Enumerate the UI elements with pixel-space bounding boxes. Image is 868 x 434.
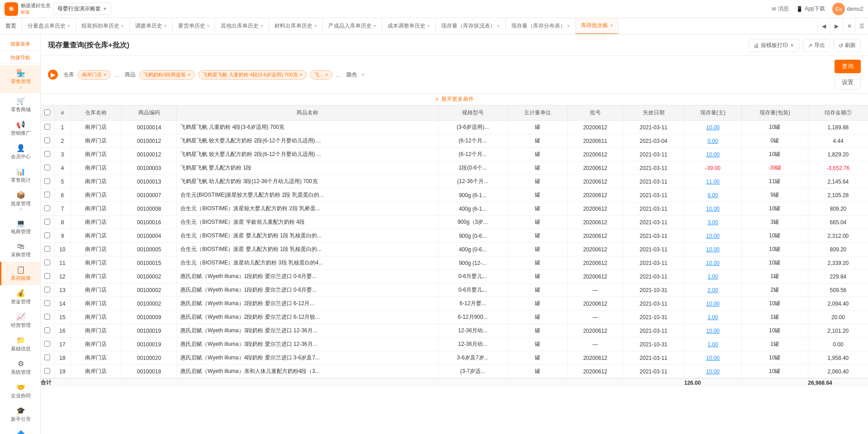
nav-menu-btn[interactable]: ☰: [855, 18, 868, 34]
sidebar-item-marketing[interactable]: 📢 营销推广: [0, 117, 40, 140]
warehouse-more[interactable]: ...: [114, 71, 119, 78]
tab-7[interactable]: 产成品入库单历史 ×: [323, 18, 382, 34]
nav-close-btn[interactable]: ✕: [843, 18, 855, 34]
query-btn[interactable]: 查询: [835, 60, 861, 73]
row-checkbox[interactable]: [44, 232, 50, 238]
refresh-btn[interactable]: ↺ 刷新: [834, 39, 861, 52]
tab-10-close[interactable]: ×: [567, 24, 570, 28]
sidebar-item-purchase[interactable]: 🛍 采购管理: [0, 239, 40, 262]
tab-1-close[interactable]: ×: [67, 24, 70, 28]
message-btn[interactable]: ✉ 消息: [772, 5, 789, 13]
settings-btn[interactable]: 设置: [835, 75, 861, 90]
row-checkbox[interactable]: [44, 178, 50, 184]
sidebar-item-ecommerce[interactable]: 💻 电商管理: [0, 215, 40, 239]
row-checkbox[interactable]: [44, 165, 50, 170]
product-tag-3[interactable]: 飞... ×: [310, 70, 332, 80]
tab-7-close[interactable]: ×: [373, 24, 376, 28]
tab-6[interactable]: 材料出库单历史 ×: [269, 18, 323, 34]
row-checkbox[interactable]: [44, 124, 50, 130]
warehouse-tag[interactable]: 南岸门店 ×: [78, 70, 110, 80]
tab-2-close[interactable]: ×: [121, 24, 124, 28]
tab-11-close[interactable]: ×: [610, 23, 613, 28]
row-checkbox[interactable]: [44, 314, 50, 320]
warehouse-tag-remove[interactable]: ×: [104, 72, 106, 77]
cell-qty-main[interactable]: 10.00: [684, 148, 741, 161]
tab-2[interactable]: 组装拆卸单历史 ×: [76, 18, 130, 34]
user-area[interactable]: Ea demo2: [832, 3, 863, 15]
cell-qty-main[interactable]: 10.00: [684, 229, 741, 243]
cell-qty-main[interactable]: 11.00: [684, 175, 741, 189]
cell-qty-main[interactable]: 1.00: [684, 338, 741, 351]
product-tag3-remove[interactable]: ×: [325, 72, 328, 77]
expand-filter-btn[interactable]: ▶: [48, 70, 58, 80]
product-tag-2[interactable]: 飞鹤星飞帆 儿童奶粉 4段(3-6岁适用) 700克 ×: [198, 70, 307, 80]
row-checkbox[interactable]: [44, 205, 50, 211]
sidebar-item-collab[interactable]: 🤝 企业协同: [0, 379, 40, 403]
export-btn[interactable]: ↗ 导出: [803, 39, 830, 52]
sidebar-item-guide[interactable]: 🎓 新手引导: [0, 403, 40, 426]
row-checkbox[interactable]: [44, 273, 50, 279]
sidebar-item-system[interactable]: ⚙ 系统管理: [0, 356, 40, 379]
sidebar-item-operations[interactable]: 📈 经营管理: [0, 309, 40, 332]
row-checkbox[interactable]: [44, 287, 50, 292]
sidebar-item-member[interactable]: 👤 会员中心: [0, 140, 40, 164]
tab-6-close[interactable]: ×: [314, 24, 317, 28]
sidebar-item-retail-mall[interactable]: 🛒 零售商城: [0, 93, 40, 117]
tab-8-close[interactable]: ×: [427, 24, 430, 28]
cell-qty-main[interactable]: 10.00: [684, 243, 741, 256]
sidebar-item-basic-info[interactable]: 📁 基础信息: [0, 332, 40, 356]
row-checkbox[interactable]: [44, 259, 50, 265]
tab-9-close[interactable]: ×: [497, 24, 500, 28]
row-checkbox[interactable]: [44, 192, 50, 198]
tab-home[interactable]: 首页: [0, 18, 22, 34]
tab-3[interactable]: 调拨单历史 ×: [130, 18, 173, 34]
cell-qty-main[interactable]: 10.00: [684, 365, 741, 379]
row-checkbox[interactable]: [44, 368, 50, 374]
expand-more-bar[interactable]: ∨ 展开更多条件: [41, 94, 868, 105]
tab-1[interactable]: 分量盘点单历史 ×: [22, 18, 76, 34]
cell-qty-main[interactable]: 0.00: [684, 134, 741, 148]
cell-qty-main[interactable]: 2.00: [684, 283, 741, 297]
account-selector[interactable]: 母婴行业演示账套 ▼: [53, 3, 111, 15]
tab-3-close[interactable]: ×: [164, 24, 167, 28]
tab-5-close[interactable]: ×: [260, 24, 263, 28]
row-checkbox[interactable]: [44, 151, 50, 157]
select-all-checkbox[interactable]: [44, 109, 50, 115]
cell-qty-main[interactable]: 10.00: [684, 351, 741, 365]
cell-qty-main[interactable]: 3.00: [684, 216, 741, 229]
cell-qty-main[interactable]: 10.00: [684, 202, 741, 216]
tab-4-close[interactable]: ×: [207, 24, 210, 28]
sidebar-search[interactable]: 搜索菜单: [0, 38, 40, 51]
sidebar-quick-nav[interactable]: 快捷导航: [0, 52, 40, 63]
sidebar-item-retail-stats[interactable]: 📊 零售统计: [0, 164, 40, 187]
nav-next-btn[interactable]: ▶: [830, 18, 843, 34]
tab-10[interactable]: 现存量（库存分布表） ×: [506, 18, 576, 34]
cell-qty-main[interactable]: 10.00: [684, 256, 741, 270]
tab-5[interactable]: 其他出库单历史 ×: [215, 18, 269, 34]
product-tag2-remove[interactable]: ×: [300, 72, 302, 77]
product-more[interactable]: ...: [336, 71, 341, 78]
cell-qty-main[interactable]: 1.00: [684, 270, 741, 283]
cell-qty-main[interactable]: 9.00: [684, 189, 741, 202]
cell-qty-main[interactable]: 10.00: [684, 121, 741, 134]
tab-8[interactable]: 成本调整单历史 ×: [382, 18, 436, 34]
row-checkbox[interactable]: [44, 341, 50, 347]
cell-qty-main[interactable]: 1.00: [684, 311, 741, 324]
product-tag-1[interactable]: 飞鹤奶粉3段两提装 ×: [139, 70, 195, 80]
tab-11[interactable]: 库存批次账 ×: [576, 18, 618, 34]
nav-prev-btn[interactable]: ◀: [817, 18, 830, 34]
print-template-btn[interactable]: 🖨 按模板打印 ▼: [749, 39, 799, 52]
tab-9[interactable]: 现存量（库存状况表） ×: [436, 18, 506, 34]
row-checkbox[interactable]: [44, 246, 50, 252]
cell-qty-main[interactable]: 10.00: [684, 324, 741, 338]
tab-4[interactable]: 要货单历史 ×: [173, 18, 216, 34]
sidebar-item-inventory[interactable]: 📋 库存核算: [0, 262, 40, 285]
product-tag1-remove[interactable]: ×: [188, 72, 190, 77]
row-checkbox[interactable]: [44, 219, 50, 225]
sidebar-item-finance[interactable]: 💰 资金管理: [0, 285, 40, 309]
row-checkbox[interactable]: [44, 327, 50, 333]
cell-qty-main[interactable]: 10.00: [684, 297, 741, 311]
row-checkbox[interactable]: [44, 137, 50, 143]
sidebar-item-wholesale[interactable]: 📦 批发管理 ▼: [0, 187, 40, 215]
app-download-btn[interactable]: 📱 App下载: [796, 5, 825, 13]
